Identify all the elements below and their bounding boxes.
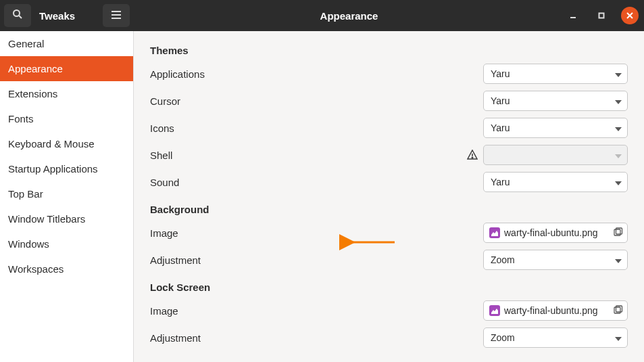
chevron-down-icon — [615, 254, 622, 265]
svg-point-0 — [14, 10, 20, 16]
sidebar-item-general[interactable]: General — [0, 31, 133, 56]
image-thumbnail-icon — [489, 227, 500, 238]
row-applications: Applications Yaru — [150, 60, 628, 87]
sidebar-item-top-bar[interactable]: Top Bar — [0, 181, 133, 206]
shell-theme-combo — [483, 145, 628, 165]
chevron-down-icon — [615, 177, 622, 187]
sidebar-item-appearance[interactable]: Appearance — [0, 56, 133, 81]
row-control: warty-final-ubuntu.png — [483, 223, 628, 243]
sidebar-item-extensions[interactable]: Extensions — [0, 81, 133, 106]
row-ls-adjustment: Adjustment Zoom — [150, 324, 628, 351]
row-control — [483, 145, 628, 165]
row-icons: Icons Yaru — [150, 114, 628, 141]
chevron-down-icon — [615, 150, 622, 160]
sidebar-label: Workspaces — [8, 263, 64, 275]
svg-rect-6 — [599, 14, 604, 18]
filename: warty-final-ubuntu.png — [504, 305, 608, 316]
row-label: Applications — [150, 68, 483, 80]
icons-theme-combo[interactable]: Yaru — [483, 118, 628, 138]
row-control: Yaru — [483, 118, 628, 138]
sidebar-label: General — [8, 38, 44, 49]
row-label: Image — [150, 227, 483, 239]
svg-rect-2 — [112, 11, 121, 12]
hamburger-menu-button[interactable] — [103, 4, 130, 27]
combo-value: Yaru — [491, 122, 510, 133]
close-button[interactable] — [621, 7, 639, 24]
sidebar-label: Keyboard & Mouse — [8, 138, 95, 150]
combo-value: Yaru — [491, 95, 510, 106]
svg-line-1 — [19, 16, 22, 18]
combo-value: Zoom — [491, 254, 515, 265]
row-shell: Shell — [150, 141, 628, 168]
section-title-background: Background — [150, 204, 628, 215]
tweaks-window: Tweaks Appearance General Appearance Ex — [0, 0, 644, 362]
row-control: Yaru — [483, 64, 628, 84]
row-bg-adjustment: Adjustment Zoom — [150, 246, 628, 273]
filename: warty-final-ubuntu.png — [504, 227, 608, 238]
svg-point-10 — [472, 157, 473, 158]
sidebar: General Appearance Extensions Fonts Keyb… — [0, 31, 134, 362]
page-title: Appearance — [134, 0, 564, 31]
hamburger-icon — [112, 9, 121, 22]
cursor-theme-combo[interactable]: Yaru — [483, 91, 628, 111]
row-ls-image: Image warty-final-ubuntu.png — [150, 297, 628, 324]
image-thumbnail-icon — [489, 305, 500, 316]
window-controls — [564, 0, 644, 31]
section-title-lockscreen: Lock Screen — [150, 281, 628, 293]
row-label: Adjustment — [150, 332, 483, 344]
row-label: Image — [150, 305, 483, 317]
svg-rect-3 — [112, 14, 121, 16]
row-sound: Sound Yaru — [150, 168, 628, 196]
row-label: Sound — [150, 177, 483, 188]
open-file-icon — [612, 305, 623, 316]
sidebar-label: Extensions — [8, 88, 57, 99]
row-control: warty-final-ubuntu.png — [483, 300, 628, 321]
lockscreen-image-chooser[interactable]: warty-final-ubuntu.png — [483, 300, 628, 321]
sidebar-item-fonts[interactable]: Fonts — [0, 106, 133, 131]
row-control: Zoom — [483, 327, 628, 348]
maximize-button[interactable] — [593, 7, 610, 24]
sidebar-label: Windows — [8, 238, 49, 250]
sidebar-item-windows[interactable]: Windows — [0, 231, 133, 256]
headerbar-left: Tweaks — [0, 0, 134, 31]
svg-rect-4 — [112, 18, 121, 19]
row-control: Zoom — [483, 250, 628, 270]
background-adjustment-combo[interactable]: Zoom — [483, 250, 628, 270]
combo-value: Zoom — [491, 332, 515, 343]
sidebar-item-workspaces[interactable]: Workspaces — [0, 256, 133, 281]
row-label: Shell — [150, 150, 466, 161]
sound-theme-combo[interactable]: Yaru — [483, 172, 628, 192]
sidebar-label: Appearance — [8, 63, 63, 74]
applications-theme-combo[interactable]: Yaru — [483, 64, 628, 84]
row-label: Adjustment — [150, 254, 483, 266]
app-title: Tweaks — [31, 10, 103, 22]
chevron-down-icon — [615, 122, 622, 133]
sidebar-item-startup-applications[interactable]: Startup Applications — [0, 156, 133, 181]
chevron-down-icon — [615, 332, 622, 343]
open-file-icon — [612, 227, 623, 238]
sidebar-label: Startup Applications — [8, 163, 98, 175]
row-control: Yaru — [483, 91, 628, 111]
sidebar-item-window-titlebars[interactable]: Window Titlebars — [0, 206, 133, 231]
combo-value: Yaru — [491, 177, 510, 187]
search-icon — [12, 9, 23, 22]
chevron-down-icon — [615, 95, 622, 106]
warning-icon — [466, 150, 479, 160]
chevron-down-icon — [615, 68, 622, 79]
combo-value: Yaru — [491, 68, 510, 79]
lockscreen-adjustment-combo[interactable]: Zoom — [483, 327, 628, 348]
row-bg-image: Image warty-final-ubuntu.png — [150, 219, 628, 246]
sidebar-label: Fonts — [8, 113, 34, 125]
row-cursor: Cursor Yaru — [150, 87, 628, 114]
sidebar-item-keyboard-mouse[interactable]: Keyboard & Mouse — [0, 131, 133, 156]
content-pane: Themes Applications Yaru Cursor Yaru — [134, 31, 644, 362]
minimize-button[interactable] — [564, 7, 582, 24]
row-label: Icons — [150, 122, 483, 134]
section-title-themes: Themes — [150, 45, 628, 56]
row-label: Cursor — [150, 95, 483, 107]
sidebar-label: Top Bar — [8, 188, 43, 200]
sidebar-label: Window Titlebars — [8, 213, 85, 225]
background-image-chooser[interactable]: warty-final-ubuntu.png — [483, 223, 628, 243]
headerbar: Tweaks Appearance — [0, 0, 644, 31]
search-button[interactable] — [4, 4, 31, 27]
